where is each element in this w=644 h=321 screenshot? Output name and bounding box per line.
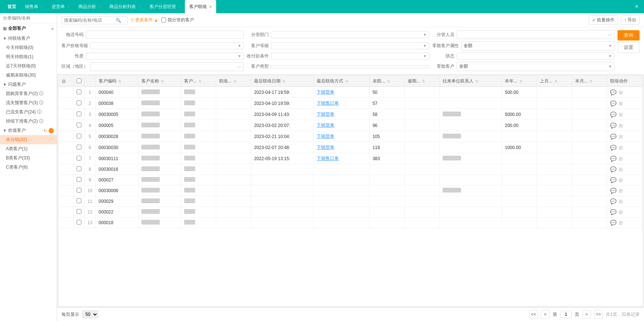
- row-checkbox-cell[interactable]: [73, 87, 84, 98]
- scatter-attr-select[interactable]: 全部 ▼: [461, 41, 615, 50]
- message-icon[interactable]: 💬: [610, 112, 616, 117]
- sidebar-item-churn-warning[interactable]: 流失预警客户(3) ⓘ: [0, 98, 57, 107]
- message-icon[interactable]: 💬: [610, 145, 616, 151]
- region-select[interactable]: ···: [90, 62, 244, 71]
- refresh-icon[interactable]: ↻: [43, 128, 47, 133]
- nav-tab-customer-segment[interactable]: 客户分层经营 ×: [145, 0, 185, 13]
- row-checkbox[interactable]: [77, 166, 81, 171]
- sidebar-item-tomorrow[interactable]: 明天待联络(1): [0, 52, 57, 61]
- page-size-select[interactable]: 50: [82, 310, 98, 318]
- message-icon[interactable]: 💬: [610, 134, 616, 140]
- nav-tab-purchase[interactable]: 进货单 ×: [47, 0, 74, 13]
- filter-search-input[interactable]: [64, 18, 116, 23]
- nav-tab-home[interactable]: 首页: [3, 0, 21, 13]
- close-icon[interactable]: ×: [67, 4, 69, 9]
- contact-way-link[interactable]: 下销货单: [317, 123, 334, 128]
- batch-op-button[interactable]: ✓ 批量操作: [589, 15, 618, 25]
- col-settings[interactable]: ⚙: [59, 76, 73, 87]
- grid-action-icon[interactable]: ⊞: [619, 123, 623, 128]
- row-checkbox[interactable]: [77, 188, 81, 193]
- grid-action-icon[interactable]: ⊞: [619, 209, 623, 215]
- close-icon[interactable]: ×: [138, 4, 140, 9]
- grid-action-icon[interactable]: ⊞: [619, 188, 623, 194]
- contact-way-link[interactable]: 下销货单: [317, 145, 334, 150]
- window-close-button[interactable]: ×: [632, 2, 641, 11]
- customer-level-select[interactable]: ▼: [271, 42, 429, 49]
- sidebar-item-groupC[interactable]: C类客户(6): [0, 163, 57, 172]
- row-checkbox-cell[interactable]: [73, 175, 84, 186]
- grid-action-icon[interactable]: ⊞: [619, 156, 623, 162]
- row-checkbox[interactable]: [77, 145, 81, 149]
- my-customers-checkbox[interactable]: 我分管的客户: [161, 17, 194, 23]
- sidebar-group-value[interactable]: ▼ 价值客户 ↻ !: [0, 126, 57, 135]
- nav-tab-product-analysis[interactable]: 商品分析 ×: [74, 0, 105, 13]
- prev-page-button[interactable]: <: [541, 310, 550, 319]
- row-checkbox[interactable]: [77, 156, 81, 160]
- sidebar-group-problem[interactable]: ▼ 问题客户: [0, 80, 57, 89]
- message-icon[interactable]: 💬: [610, 209, 616, 215]
- message-icon[interactable]: 💬: [610, 156, 616, 162]
- row-checkbox-cell[interactable]: [73, 196, 84, 207]
- row-checkbox[interactable]: [77, 198, 81, 203]
- message-icon[interactable]: 💬: [610, 166, 616, 172]
- message-icon[interactable]: 💬: [610, 198, 616, 204]
- query-button[interactable]: 查询: [617, 30, 640, 40]
- close-icon[interactable]: ×: [41, 4, 43, 9]
- contact-way-link[interactable]: 下销售订单: [317, 156, 339, 161]
- row-checkbox[interactable]: [77, 123, 81, 127]
- manager-select[interactable]: ···: [457, 30, 615, 39]
- row-checkbox[interactable]: [77, 209, 81, 214]
- my-customers-check[interactable]: [161, 18, 166, 22]
- last-page-button[interactable]: >>: [594, 310, 603, 319]
- row-checkbox-cell[interactable]: [73, 142, 84, 153]
- row-checkbox[interactable]: [77, 100, 81, 105]
- contact-way-link[interactable]: 下销货单: [317, 89, 334, 95]
- row-checkbox[interactable]: [77, 134, 81, 138]
- search-icon[interactable]: 🔍: [116, 18, 121, 23]
- export-button[interactable]: ↑ 导出: [621, 15, 640, 25]
- select-all-checkbox[interactable]: [77, 78, 81, 83]
- contact-way-link[interactable]: 下销货单: [317, 134, 334, 139]
- message-icon[interactable]: 💬: [610, 220, 616, 226]
- col-checkbox[interactable]: [73, 76, 84, 87]
- status-select[interactable]: ▼: [457, 53, 615, 60]
- row-checkbox[interactable]: [77, 177, 81, 182]
- nav-tab-sales[interactable]: 销售单 ×: [21, 0, 47, 13]
- grid-action-icon[interactable]: ⊞: [619, 220, 623, 226]
- row-checkbox-cell[interactable]: [73, 109, 84, 120]
- customer-type-select[interactable]: [271, 65, 429, 68]
- message-icon[interactable]: 💬: [610, 100, 616, 106]
- next-page-button[interactable]: >: [582, 310, 591, 319]
- contact-way-link[interactable]: 下销货单: [317, 112, 334, 117]
- collapse-icon[interactable]: «: [51, 26, 54, 31]
- grid-action-icon[interactable]: ⊞: [619, 145, 623, 151]
- grid-action-icon[interactable]: ⊞: [619, 100, 623, 106]
- sidebar-item-abnormal[interactable]: 固购异常客户(2) ⓘ: [0, 89, 57, 98]
- message-icon[interactable]: 💬: [610, 123, 616, 128]
- row-checkbox-cell[interactable]: [73, 207, 84, 218]
- grid-action-icon[interactable]: ⊞: [619, 177, 623, 183]
- all-customers-section[interactable]: ⊞ 全部客户 «: [0, 23, 57, 34]
- contact-way-link[interactable]: 下销售订单: [317, 100, 339, 106]
- row-checkbox-cell[interactable]: [73, 186, 84, 196]
- grid-action-icon[interactable]: ⊞: [619, 89, 623, 95]
- row-checkbox[interactable]: [77, 89, 81, 94]
- row-checkbox-cell[interactable]: [73, 153, 84, 164]
- message-icon[interactable]: 💬: [610, 188, 616, 194]
- sidebar-item-overdue[interactable]: 逾期未联络(30): [0, 71, 57, 80]
- nature-select[interactable]: ▼: [86, 53, 244, 60]
- sidebar-item-groupA[interactable]: A类客户(1): [0, 144, 57, 154]
- nav-tab-customer-contact[interactable]: 客户联络 ×: [185, 0, 216, 13]
- row-checkbox[interactable]: [77, 220, 81, 225]
- grid-action-icon[interactable]: ⊞: [619, 166, 623, 172]
- more-conditions-button[interactable]: ▽ 更多条件 ▲: [131, 17, 158, 23]
- sidebar-item-lost[interactable]: 已流失客户(24) ⓘ: [0, 107, 57, 117]
- price-level-select[interactable]: ▼: [90, 42, 244, 49]
- sidebar-item-near7[interactable]: 近7天待联络(0): [0, 61, 57, 71]
- close-icon[interactable]: ×: [98, 4, 101, 9]
- row-checkbox-cell[interactable]: [73, 218, 84, 228]
- row-checkbox-cell[interactable]: [73, 120, 84, 131]
- scatter-select[interactable]: 全部 ▼: [457, 62, 615, 71]
- dept-select[interactable]: ▼: [271, 31, 429, 38]
- reset-button[interactable]: 设置: [617, 42, 640, 53]
